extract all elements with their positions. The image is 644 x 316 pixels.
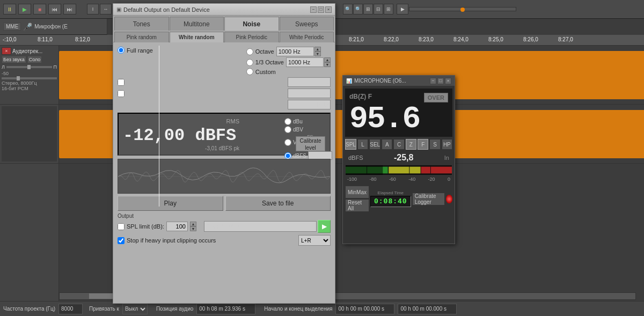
device-select[interactable]: MME (3, 23, 21, 31)
vu-meter-labels: -100 -80 -60 -40 -20 0 (345, 177, 452, 182)
freq1-input[interactable]: 1000 Hz (276, 47, 314, 56)
vu-btn-f[interactable]: F (418, 139, 428, 150)
spl-up[interactable]: ▲ (190, 222, 196, 226)
vu-value: -25,8 (394, 153, 413, 163)
next-button[interactable]: ⏭ (63, 4, 76, 14)
zoom-btn-1[interactable]: 🔍 (343, 4, 353, 14)
add-input-1[interactable]: 10 (288, 77, 331, 87)
noise-dialog-maximize[interactable]: □ (318, 6, 324, 13)
zoom-btn-5[interactable]: ⊞ (384, 4, 393, 14)
noise-dialog-minimize[interactable]: − (310, 6, 317, 13)
minmax-btn[interactable]: MinMax (345, 186, 369, 199)
custom-label: Custom (255, 69, 276, 75)
mic-label: Микрофон (E (34, 24, 68, 30)
timeline-label-6: 8:22,0 (384, 36, 399, 42)
level-display: RMS -12,00 dBFS -3,01 dBFS pk dBu dBV (118, 113, 331, 156)
add-cb-1[interactable] (118, 79, 125, 86)
tool-btn-2[interactable]: ↔ (100, 4, 112, 14)
freq1-down[interactable]: ▼ (314, 52, 321, 56)
freq2-down[interactable]: ▼ (324, 62, 331, 67)
tab-tones[interactable]: Tones (114, 17, 169, 31)
dbfs-radio[interactable] (284, 152, 291, 159)
reset-all-btn[interactable]: Reset All (345, 199, 369, 212)
sub-tab-pink-random[interactable]: Pink random (114, 32, 169, 42)
stop-clipping-label: Stop if heavy input clipping occurs (127, 237, 216, 244)
nosound-btn[interactable]: Без звука (2, 56, 26, 63)
selection-end[interactable]: 00 h 00 m 00.000 s (398, 304, 457, 314)
vu-btn-hp[interactable]: HP (442, 139, 452, 150)
vu-minimize[interactable]: − (430, 78, 436, 84)
octave-radio[interactable] (246, 48, 253, 55)
sub-tab-pink-periodic[interactable]: Pink Periodic (224, 32, 279, 42)
output-play-btn[interactable]: ▶ (318, 220, 331, 233)
playback-slider[interactable] (409, 7, 516, 11)
vu-maximize[interactable]: □ (437, 78, 444, 84)
track-close-btn[interactable]: × (2, 47, 11, 55)
vu-btn-l[interactable]: L (357, 139, 368, 150)
dbv-radio[interactable] (284, 126, 291, 133)
vu-btn-z[interactable]: Z (406, 139, 416, 150)
channel-select[interactable]: L+R (298, 235, 331, 246)
save-button[interactable]: Save to file (225, 196, 331, 211)
minmax-reset: MinMax Reset All (345, 186, 369, 212)
zoom-btn-3[interactable]: ⊞ (363, 4, 373, 14)
spl-input[interactable] (166, 222, 188, 231)
selection-start[interactable]: 00 h 00 m 00.000 s (335, 304, 394, 314)
vu-btn-sel[interactable]: SEL (369, 139, 380, 150)
prev-button[interactable]: ⏮ (48, 4, 61, 14)
gain-label: -50 (2, 71, 57, 76)
add-input-2[interactable]: 20 000 (288, 89, 331, 98)
zoom-btn-4[interactable]: ⊟ (374, 4, 383, 14)
vu-btn-c[interactable]: C (393, 139, 404, 150)
sub-tab-white-periodic[interactable]: White Periodic (280, 32, 334, 42)
spl-down[interactable]: ▼ (190, 226, 196, 231)
vu-close[interactable]: × (445, 78, 451, 84)
spl-checkbox[interactable] (118, 223, 125, 230)
pan-slider[interactable] (6, 66, 52, 68)
timeline-label-9: 8:25,0 (488, 36, 503, 42)
timeline-label-8: 8:24,0 (453, 36, 469, 42)
sub-tab-white-random[interactable]: White random (170, 32, 224, 42)
calibrate-btn[interactable]: Calibrate level (296, 136, 325, 151)
gain-slider[interactable] (2, 77, 57, 79)
fullrange-label: Full range (127, 47, 153, 54)
vu-btn-a[interactable]: A (382, 139, 392, 150)
freq2-input[interactable]: 1000 Hz (286, 57, 324, 67)
stop-clipping-checkbox[interactable] (118, 237, 125, 244)
vu-title-buttons: − □ × (430, 78, 451, 84)
third-octave-radio[interactable] (246, 59, 253, 66)
tab-multitone[interactable]: Multitone (170, 17, 224, 31)
stop-button[interactable]: ■ (33, 4, 46, 14)
dbu-radio[interactable] (284, 118, 291, 125)
solo-btn[interactable]: Соло (27, 56, 42, 63)
selection-label: Начало и конец выделения (264, 306, 332, 312)
zoom-btn-2[interactable]: 🔍 (353, 4, 363, 14)
vu-btn-spl[interactable]: SPL (345, 139, 356, 150)
pan-l-label: Л (2, 64, 5, 70)
output-device-input[interactable]: Default Output (204, 221, 317, 232)
volls-radio[interactable] (284, 139, 291, 146)
vu-btn-s[interactable]: S (429, 139, 440, 150)
project-rate-input[interactable] (58, 304, 83, 314)
position-value[interactable]: 00 h 08 m 23.936 s (196, 304, 255, 314)
noise-dialog-close[interactable]: × (325, 6, 332, 13)
tool-btn-1[interactable]: I (87, 4, 99, 14)
level-sub-display: -3,01 dBFS pk (123, 145, 282, 151)
fullrange-radio[interactable] (118, 47, 125, 54)
freq2-up[interactable]: ▲ (324, 57, 331, 62)
additional-fields: 10 20 000 BU2 (118, 77, 331, 109)
bind-select[interactable]: Выкл (122, 304, 148, 314)
add-input-3[interactable]: BU2 (288, 100, 331, 109)
play-button[interactable]: ▶ (18, 4, 31, 14)
freq1-up[interactable]: ▲ (314, 47, 321, 52)
calibrate-logger-btn[interactable]: Calibrate Logger (412, 193, 445, 205)
tab-noise[interactable]: Noise (224, 17, 279, 31)
add-cb-2[interactable] (118, 90, 125, 97)
vu-value-display: dBFS -25,8 In (345, 153, 452, 163)
mic-icon: 🎤 (23, 23, 32, 31)
custom-radio[interactable] (246, 68, 253, 75)
pause-button[interactable]: ⏸ (3, 4, 16, 14)
tab-sweeps[interactable]: Sweeps (280, 17, 334, 31)
play-button-main[interactable]: Play (118, 196, 223, 211)
playback-btn[interactable]: ▶ (397, 4, 408, 14)
